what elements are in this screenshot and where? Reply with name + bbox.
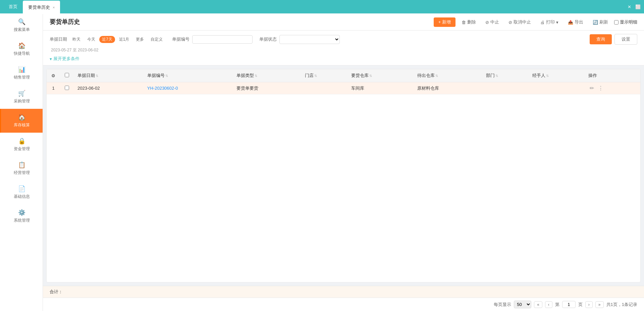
clipboard-icon: 📋 (18, 161, 25, 169)
sidebar-item-system[interactable]: ⚙️ 系统管理 (0, 204, 43, 228)
sidebar: 🔍 搜索菜单 🏠 快捷导航 📊 销售管理 🛒 采购管理 🏠 库存核算 🔒 资金管… (0, 13, 43, 311)
row-handler (528, 82, 585, 94)
cart-icon: 🛒 (18, 90, 25, 97)
page-input[interactable] (562, 301, 576, 308)
col-department[interactable]: 部门⇅ (482, 69, 528, 82)
status-select[interactable] (279, 35, 340, 44)
refresh-button[interactable]: 🔄 刷新 (589, 17, 611, 27)
first-page-btn[interactable]: « (534, 301, 542, 308)
col-req-warehouse[interactable]: 要货仓库⇅ (347, 69, 413, 82)
footer-bar: 合计： (43, 286, 644, 298)
print-dropdown-icon: ▾ (556, 20, 558, 25)
col-type[interactable]: 单据类型⇅ (232, 69, 301, 82)
date-btn-custom[interactable]: 自定义 (148, 36, 165, 43)
page-suffix: 页 (578, 302, 583, 308)
filter-row: 单据日期 昨天 今天 近7天 近1月 更多 自定义 单据编号 单据状态 (50, 34, 637, 45)
select-all-checkbox[interactable] (65, 73, 69, 77)
delete-button[interactable]: 🗑 删除 (458, 17, 479, 27)
sidebar-item-purchase[interactable]: 🛒 采购管理 (0, 85, 43, 109)
show-detail-checkbox[interactable] (614, 20, 619, 25)
tab-requisition-history[interactable]: 要货单历史 × (23, 1, 60, 14)
page-size-select[interactable]: 50 100 200 (514, 301, 531, 308)
row-billno-link[interactable]: YH-20230602-0 (147, 86, 178, 91)
sidebar-item-nav[interactable]: 🏠 快捷导航 (0, 37, 43, 61)
sort-store-icon: ⇅ (314, 74, 317, 78)
stop-button[interactable]: ⊘ 中止 (482, 17, 502, 27)
tab-close-icon[interactable]: × (53, 5, 55, 9)
sort-req-warehouse-icon: ⇅ (369, 74, 372, 78)
cancel-stop-button[interactable]: ⊘ 取消中止 (505, 17, 534, 27)
sidebar-item-search[interactable]: 🔍 搜索菜单 (0, 13, 43, 37)
date-btn-today[interactable]: 今天 (85, 36, 98, 43)
expand-row: ▾ 展开更多条件 (50, 56, 637, 62)
prev-page-btn[interactable]: ‹ (545, 301, 552, 308)
gear-icon: ⚙️ (18, 209, 25, 216)
date-btn-7days[interactable]: 近7天 (99, 36, 115, 43)
new-button[interactable]: + 新增 (434, 17, 455, 27)
col-handler[interactable]: 经手人⇅ (528, 69, 585, 82)
sort-billno-icon: ⇅ (165, 74, 168, 78)
row-pending-warehouse: 原材料仓库 (413, 82, 482, 94)
sidebar-item-operations[interactable]: 📋 经营管理 (0, 157, 43, 180)
show-detail-toggle[interactable]: 显示明细 (614, 19, 637, 25)
lock-icon: 🔒 (18, 137, 25, 145)
table-row: 1 2023-06-02 YH-20230602-0 要货单要货 车间库 原材料… (47, 82, 640, 94)
date-btns: 昨天 今天 近7天 近1月 更多 自定义 (70, 36, 165, 43)
total-info: 共1页，1条记录 (606, 302, 637, 308)
filter-date-group: 单据日期 昨天 今天 近7天 近1月 更多 自定义 (50, 36, 165, 43)
topbar: 首页 要货单历史 × ✕ ⬜ (0, 0, 644, 13)
col-checkbox[interactable] (60, 69, 73, 82)
toolbar: + 新增 🗑 删除 ⊘ 中止 ⊘ 取消中止 🖨 打 (434, 17, 637, 27)
refresh-icon: 🔄 (593, 20, 598, 25)
row-type: 要货单要货 (232, 82, 301, 94)
total-label: 合计： (50, 289, 63, 295)
col-billno[interactable]: 单据编号⇅ (143, 69, 232, 82)
col-store[interactable]: 门店⇅ (301, 69, 347, 82)
row-more-btn[interactable]: ⋮ (597, 85, 605, 91)
tab-home[interactable]: 首页 (3, 0, 23, 13)
row-req-warehouse: 车间库 (347, 82, 413, 94)
next-page-btn[interactable]: › (585, 301, 593, 308)
filter-billno-group: 单据编号 (172, 35, 253, 44)
date-range-text: 2023-05-27 至 2023-06-02 (51, 48, 98, 52)
cancel-stop-icon: ⊘ (508, 20, 512, 25)
col-settings[interactable]: ⚙ (47, 69, 60, 82)
date-label: 单据日期 (50, 36, 67, 42)
topbar-right-actions: ✕ ⬜ (628, 4, 641, 9)
sort-type-icon: ⇅ (255, 74, 257, 78)
sort-department-icon: ⇅ (495, 74, 498, 78)
col-action: 操作 (584, 69, 640, 82)
expand-button[interactable]: ▾ 展开更多条件 (50, 56, 79, 62)
export-icon: 📤 (568, 20, 573, 25)
row-edit-btn[interactable]: ✏ (588, 85, 595, 91)
date-btn-more[interactable]: 更多 (133, 36, 147, 43)
filter-status-group: 单据状态 (259, 35, 340, 44)
window-close-btn[interactable]: ✕ (628, 4, 631, 9)
export-button[interactable]: 📤 导出 (565, 17, 587, 27)
billno-input[interactable] (192, 35, 253, 44)
stop-icon: ⊘ (485, 20, 489, 25)
print-button[interactable]: 🖨 打印 ▾ (537, 17, 562, 27)
sort-pending-warehouse-icon: ⇅ (435, 74, 438, 78)
set-button[interactable]: 设置 (614, 34, 637, 45)
sidebar-item-inventory[interactable]: 🏠 库存核算 (0, 109, 43, 133)
window-minimize-btn[interactable]: ⬜ (635, 4, 641, 9)
row-date: 2023-06-02 (73, 82, 143, 94)
page-size-label: 每页显示 (494, 302, 511, 308)
sidebar-item-finance[interactable]: 🔒 资金管理 (0, 133, 43, 157)
date-btn-yesterday[interactable]: 昨天 (70, 36, 83, 43)
col-date[interactable]: 单据日期⇅ (73, 69, 143, 82)
date-btn-1month[interactable]: 近1月 (116, 36, 132, 43)
table-body: 1 2023-06-02 YH-20230602-0 要货单要货 车间库 原材料… (47, 82, 640, 94)
row-checkbox-cell[interactable] (60, 82, 73, 94)
row-num: 1 (47, 82, 60, 94)
sidebar-item-base-info[interactable]: 📄 基础信息 (0, 180, 43, 204)
settings-icon[interactable]: ⚙ (51, 73, 55, 78)
home-icon: 🏠 (18, 42, 25, 49)
row-checkbox[interactable] (65, 86, 69, 90)
row-billno: YH-20230602-0 (143, 82, 232, 94)
last-page-btn[interactable]: » (595, 301, 604, 308)
sidebar-item-sales[interactable]: 📊 销售管理 (0, 61, 43, 85)
query-button[interactable]: 查询 (590, 34, 612, 44)
col-pending-warehouse[interactable]: 待出仓库⇅ (413, 69, 482, 82)
